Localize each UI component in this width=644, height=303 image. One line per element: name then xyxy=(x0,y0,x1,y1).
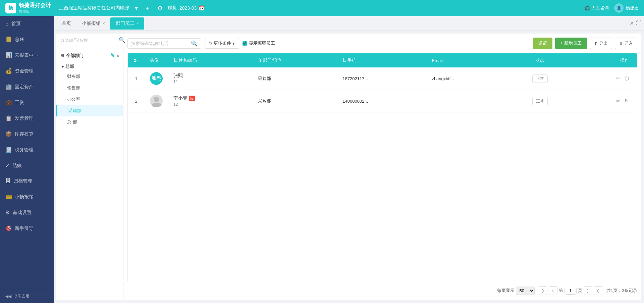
company-name[interactable]: 江西服宝精品有限责任公司内账张 xyxy=(59,5,129,11)
sidebar-item-home[interactable]: ⌂ 首页 xyxy=(0,16,54,32)
inventory-icon: 📦 xyxy=(5,131,12,137)
tab-xiaochang[interactable]: 小畅报销 × xyxy=(76,17,110,30)
page-content: 🔍 ⊞ 全部部门 ✎ « ▾ 总部 财务部 xyxy=(56,34,641,300)
row2-refresh-icon[interactable]: ↻ xyxy=(625,98,629,104)
sidebar-item-settings[interactable]: ⚙ 基础设置 xyxy=(0,205,54,220)
assets-icon: 🏢 xyxy=(5,84,12,90)
avatar: 👤 xyxy=(614,3,624,13)
chevron-down-icon: ▾ xyxy=(232,41,235,46)
toolbar: 🔍 ▽ 更多条件 ▾ 显示离职员工 邀请 xyxy=(127,38,637,49)
cancel-pin-btn[interactable]: ◀◀ 取消固定 xyxy=(0,289,54,303)
sidebar-item-tax[interactable]: 🧾 税务管理 xyxy=(0,142,54,158)
last-page-btn[interactable]: ⟩⟩ xyxy=(594,286,602,295)
dept-hq[interactable]: ▾ 总部 xyxy=(56,61,123,71)
sidebar-item-fixed-assets[interactable]: 🏢 固定资产 xyxy=(0,79,54,95)
tab-xiaochang-close[interactable]: × xyxy=(103,21,105,26)
svg-point-1 xyxy=(152,103,161,107)
sidebar-item-xiaochang-expense[interactable]: 💳 小畅报销 xyxy=(0,189,54,205)
headset-icon: 🎧 xyxy=(585,6,590,11)
fund-icon: 💰 xyxy=(5,68,12,74)
dept-item-sales[interactable]: 销售部 xyxy=(56,82,123,94)
invite-btn[interactable]: 邀请 xyxy=(533,38,552,49)
logo-area: 畅 畅捷通好会计 旗舰版 xyxy=(5,2,59,14)
archive-icon: 🗄 xyxy=(5,178,11,184)
table-row: 2 xyxy=(128,90,637,112)
page-input[interactable] xyxy=(565,287,577,295)
user-area[interactable]: 👤 畅捷通 xyxy=(614,3,639,13)
filter-btn[interactable]: ▽ 更多条件 ▾ xyxy=(205,38,239,49)
row1-logout-icon[interactable]: ⬡ xyxy=(625,75,629,82)
dept-collapse-btn[interactable]: « xyxy=(117,53,119,58)
col-action: 操作 xyxy=(573,53,637,67)
home-icon: ⌂ xyxy=(5,21,9,27)
col-dept[interactable]: ⇅ 部门/职位 xyxy=(253,53,337,67)
col-avatar: 头像 xyxy=(145,53,168,67)
import-icon: ⬇ xyxy=(619,41,623,46)
export-btn[interactable]: ⬆ 导出 xyxy=(590,38,612,49)
close-window-btn[interactable]: ✕ xyxy=(630,20,634,27)
chevron-down-icon: ▾ xyxy=(62,64,64,69)
import-btn[interactable]: ⬇ 导入 xyxy=(615,38,637,49)
tab-home[interactable]: 首页 xyxy=(56,17,76,30)
sidebar-item-fund[interactable]: 💰 资金管理 xyxy=(0,63,54,79)
show-resigned-checkbox[interactable] xyxy=(243,41,247,46)
company-dropdown-btn[interactable]: ▾ xyxy=(133,3,139,13)
dept-item-office[interactable]: 办公室 xyxy=(56,94,123,105)
calendar-icon[interactable]: 📅 xyxy=(199,5,204,11)
sidebar-item-inventory[interactable]: 📦 库存核算 xyxy=(0,126,54,142)
sidebar-item-salary[interactable]: 💼 工资 xyxy=(0,95,54,110)
col-settings[interactable]: ⚙ xyxy=(128,53,145,67)
service-btn[interactable]: 🎧 人工咨询 xyxy=(585,5,609,11)
sidebar-item-invoice[interactable]: 📋 发票管理 xyxy=(0,110,54,126)
prev-page-btn[interactable]: ⟨ xyxy=(549,286,557,295)
pin-icon: ◀◀ xyxy=(5,294,11,299)
dept-edit-icon[interactable]: ✎ xyxy=(110,52,115,59)
page-size-select: 每页显示 50 10 20 100 xyxy=(497,287,535,295)
settings-sidebar-icon: ⚙ xyxy=(5,209,10,216)
total-text: 共1页，2条记录 xyxy=(606,288,637,294)
settings-btn[interactable]: ⚙ xyxy=(156,3,164,13)
dept-item-hq2[interactable]: 总 部 xyxy=(56,116,123,128)
add-company-btn[interactable]: ＋ xyxy=(143,3,152,13)
dept-item-purchase[interactable]: 采购部 xyxy=(56,105,123,116)
content-area: 首页 小畅报销 × 部门员工 × ✕ ⛶ 🔍 xyxy=(54,16,644,303)
search-icon[interactable]: 🔍 xyxy=(191,40,198,47)
show-resigned-label[interactable]: 显示离职员工 xyxy=(243,40,275,46)
first-page-btn[interactable]: ⟨⟨ xyxy=(539,286,547,295)
sidebar-item-guide[interactable]: 🎯 新手引导 xyxy=(0,220,54,236)
toolbar-right: 邀请 + 新增员工 ⬆ 导出 ⬇ 导入 xyxy=(533,38,637,49)
top-center: 江西服宝精品有限责任公司内账张 ▾ ＋ ⚙ 账期 2023-03 📅 xyxy=(59,3,585,13)
tab-dept-staff[interactable]: 部门员工 × xyxy=(110,17,144,30)
sidebar-item-checkout[interactable]: ✓ 结账 xyxy=(0,158,54,173)
tab-dept-staff-close[interactable]: × xyxy=(137,21,139,26)
table-row: 1 张熙 张熙 11 xyxy=(128,67,637,90)
row1-actions: ✏ ⬡ xyxy=(573,67,637,90)
all-dept-header[interactable]: ⊞ 全部部门 ✎ « xyxy=(56,50,123,61)
table-header-row: ⚙ 头像 ⇅ 姓名/编码 ⇅ 部门/职位 xyxy=(128,53,637,67)
employee-search-input[interactable] xyxy=(131,41,189,46)
avatar-circle-1: 张熙 xyxy=(150,72,163,85)
tab-expand-btn: ✕ ⛶ xyxy=(626,20,641,27)
sidebar-item-reports[interactable]: 📊 云报表中心 xyxy=(0,47,54,63)
salary-icon: 💼 xyxy=(5,99,12,106)
row2-avatar xyxy=(145,90,168,112)
next-page-btn[interactable]: ⟩ xyxy=(584,286,592,295)
row1-avatar: 张熙 xyxy=(145,67,168,90)
col-phone[interactable]: ⇅ 手机 xyxy=(337,53,426,67)
sidebar-item-archive[interactable]: 🗄 归档管理 xyxy=(0,173,54,189)
page-size-dropdown[interactable]: 50 10 20 100 xyxy=(516,287,535,295)
dept-item-finance[interactable]: 财务部 xyxy=(56,71,123,82)
sidebar-item-general-ledger[interactable]: 📒 总账 xyxy=(0,32,54,47)
expand-window-btn[interactable]: ⛶ xyxy=(636,20,641,27)
row1-name-cell: 张熙 11 xyxy=(168,67,253,90)
row2-num: 2 xyxy=(128,90,145,112)
status-badge-tag: 应 xyxy=(189,96,195,101)
expense-icon: 💳 xyxy=(5,194,12,200)
col-name[interactable]: ⇅ 姓名/编码 xyxy=(168,53,253,67)
add-employee-btn[interactable]: + 新增员工 xyxy=(555,38,587,49)
row1-edit-icon[interactable]: ✏ xyxy=(616,75,621,82)
reports-icon: 📊 xyxy=(5,52,12,58)
checkout-icon: ✓ xyxy=(5,162,10,169)
row2-edit-icon[interactable]: ✏ xyxy=(616,98,621,104)
dept-search-input[interactable] xyxy=(60,38,117,43)
